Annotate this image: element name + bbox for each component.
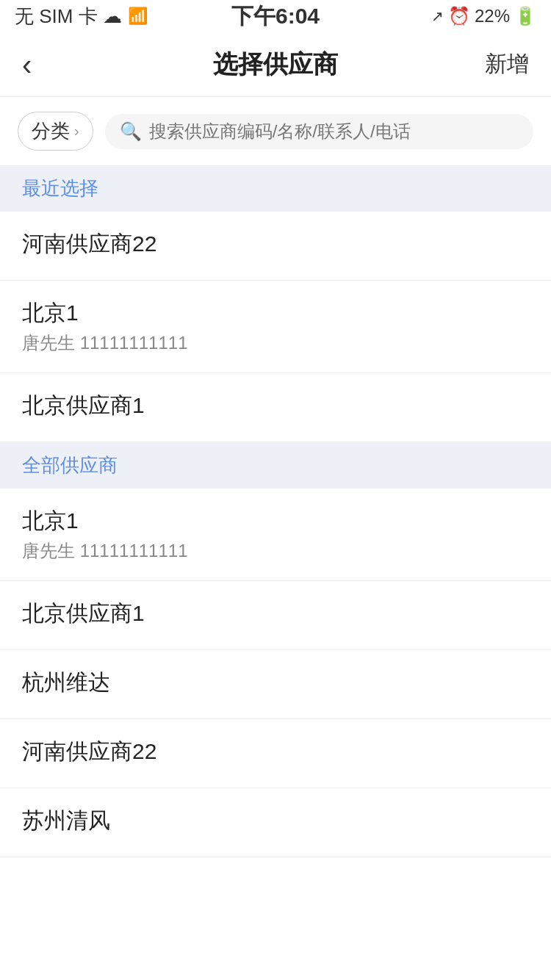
back-button[interactable]: ‹ bbox=[22, 50, 32, 79]
search-bar[interactable]: 🔍 bbox=[105, 114, 533, 149]
chevron-right-icon: › bbox=[74, 123, 79, 140]
battery-icon: 🔋 bbox=[514, 6, 536, 26]
item-name: 北京1 bbox=[22, 506, 529, 536]
no-sim-label: 无 SIM 卡 ☁ bbox=[15, 4, 122, 29]
alarm-icon: ⏰ bbox=[448, 6, 470, 26]
list-item[interactable]: 北京供应商1 bbox=[0, 373, 551, 442]
item-sub: 唐先生 11111111111 bbox=[22, 539, 529, 563]
item-name: 北京1 bbox=[22, 298, 529, 328]
location-icon: ↗ bbox=[431, 7, 444, 25]
status-left: 无 SIM 卡 ☁ 📶 bbox=[15, 4, 148, 29]
list-item[interactable]: 北京供应商1 bbox=[0, 581, 551, 650]
section-header-recent: 最近选择 bbox=[0, 165, 551, 212]
search-icon: 🔍 bbox=[120, 121, 142, 142]
item-name: 苏州清风 bbox=[22, 806, 529, 836]
item-name: 北京供应商1 bbox=[22, 391, 529, 421]
list-item[interactable]: 河南供应商22 bbox=[0, 212, 551, 281]
wifi-icon: 📶 bbox=[128, 7, 148, 26]
section-header-all: 全部供应商 bbox=[0, 442, 551, 489]
list-item[interactable]: 北京1唐先生 11111111111 bbox=[0, 281, 551, 373]
filter-bar: 分类 › 🔍 bbox=[0, 97, 551, 165]
status-right: ↗ ⏰ 22% 🔋 bbox=[431, 6, 536, 26]
item-name: 河南供应商22 bbox=[22, 737, 529, 767]
list-item[interactable]: 杭州维达 bbox=[0, 650, 551, 719]
search-input[interactable] bbox=[149, 121, 519, 142]
page-title: 选择供应商 bbox=[213, 48, 338, 82]
item-sub: 唐先生 11111111111 bbox=[22, 331, 529, 355]
list-item[interactable]: 苏州清风 bbox=[0, 788, 551, 857]
category-label: 分类 bbox=[32, 118, 70, 144]
list-item[interactable]: 河南供应商22 bbox=[0, 719, 551, 788]
battery-percent: 22% bbox=[475, 6, 510, 26]
supplier-list: 最近选择河南供应商22北京1唐先生 11111111111北京供应商1全部供应商… bbox=[0, 165, 551, 857]
add-button[interactable]: 新增 bbox=[485, 49, 529, 79]
item-name: 河南供应商22 bbox=[22, 229, 529, 259]
list-item[interactable]: 北京1唐先生 11111111111 bbox=[0, 489, 551, 581]
category-button[interactable]: 分类 › bbox=[18, 112, 93, 151]
item-name: 北京供应商1 bbox=[22, 599, 529, 629]
item-name: 杭州维达 bbox=[22, 668, 529, 698]
nav-bar: ‹ 选择供应商 新增 bbox=[0, 32, 551, 97]
status-time: 下午6:04 bbox=[231, 1, 320, 32]
status-bar: 无 SIM 卡 ☁ 📶 下午6:04 ↗ ⏰ 22% 🔋 bbox=[0, 0, 551, 32]
